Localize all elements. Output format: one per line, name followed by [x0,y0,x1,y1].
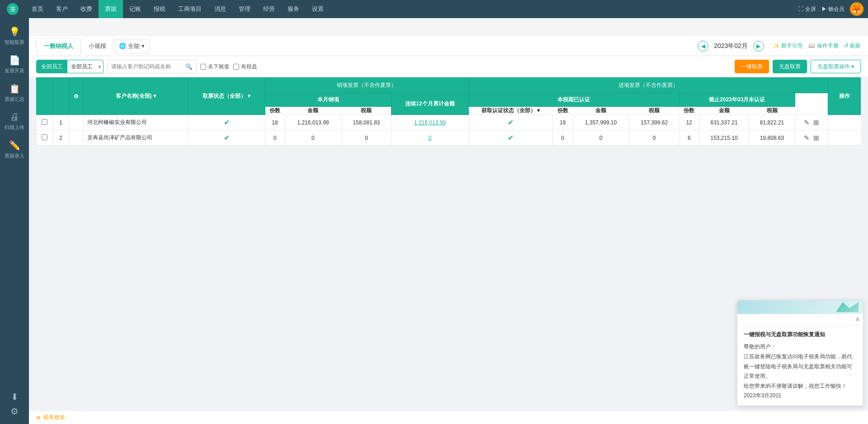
nav-item-manage[interactable]: 管理 [232,0,257,18]
sales-12m-link-1[interactable]: 0 [429,135,432,141]
notif-close-button[interactable]: ✕ [855,316,860,323]
tab-omnipotent[interactable]: 🌐 全能 ▾ [114,39,150,53]
table-header-purchase-group: 进项发票（不含作废票） [468,78,828,93]
date-next-button[interactable]: ▶ [753,41,764,52]
refresh-link[interactable]: ↺ 刷新 [844,42,861,50]
row-purchase-cert-count-1: 0 [553,130,573,146]
member-button[interactable]: ▶ 畅会员 [821,5,844,13]
sidebar-item-scan-upload[interactable]: 🖨 扫描上传 [0,107,29,135]
tab-general-taxpayer[interactable]: 一般纳税人 [36,38,81,54]
footer-bar: ⊕ 税务政策 [29,410,868,424]
status-check-icon-0: ✔ [224,119,230,126]
new-guide-link[interactable]: ✨ 新手引导 [773,42,803,50]
nav-item-operation[interactable]: 经营 [257,0,281,18]
table-header-settings: ⚙ [69,78,84,115]
row-check-1[interactable] [42,134,47,140]
row-sales-amount-0: 1,216,013.99 [285,115,341,130]
one-click-ticket-button[interactable]: 一键取票 [735,60,769,73]
nav-item-invoice[interactable]: 票据 [99,0,123,18]
row-purchase-uncert-amount-1: 153,215.10 [699,130,749,146]
settings-icon[interactable]: ⚙ [10,406,19,417]
tax-policy-link[interactable]: 税务政策 [43,414,65,421]
row-checkbox-1[interactable] [37,130,53,146]
purchase-cert-status-label: 获取认证状态（全部） [481,107,536,114]
sales-12m-link-0[interactable]: 1,216,013.99 [414,119,446,126]
col-sales-tax: 税额 [341,107,392,115]
purchase-cert-status-filter[interactable]: ▾ [537,107,540,114]
nav-item-bookkeep[interactable]: 记账 [123,0,147,18]
row-purchase-cert-tax-1: 0 [629,130,679,146]
customer-filter-icon[interactable]: ▾ [153,93,156,99]
table-header-status: 取票状态（全部） ▾ [188,78,265,115]
nav-item-home[interactable]: 首页 [25,0,50,18]
action-bar: 全部员工 全部员工 ▾ 🔍 名下账套 有税盘 一键取票 无盘取票 无盘取票操作 … [29,56,868,77]
accounts-label: 名下账套 [208,63,230,71]
purchase-group-label: 进项发票（不含作废票） [618,82,678,88]
customer-label: 客户名称(全部) [116,93,152,99]
view-icon-1[interactable]: ⊞ [813,134,819,142]
row-purchase-cert-tax-0: 157,399.62 [629,115,679,130]
notif-body: 一键报税与无盘取票功能恢复通知 尊敬的用户： 江苏政务网已恢复访问电子税务局功能… [737,325,863,405]
col-purchase-cert-amount: 金额 [572,107,629,115]
purchase-cert-status-icon-0: ✔ [508,119,514,126]
sales-group-label: 销项发票（不含作废票） [337,82,396,88]
col-purchase-cert-count: 份数 [553,107,573,115]
sidebar-item-invoice-issue[interactable]: 📄 发票开具 [0,50,29,79]
top-nav: 茶 首页 客户 收费 票据 记账 报税 工商项目 消息 管理 经营 服务 设置 … [0,0,868,18]
manual-link[interactable]: 📖 操作手册 [808,42,838,50]
search-icon[interactable]: 🔍 [185,63,193,70]
table-header-sales-group: 销项发票（不含作废票） [265,78,468,93]
avatar[interactable]: 🦊 [850,2,863,16]
nav-item-service[interactable]: 服务 [281,0,306,18]
notif-greeting: 尊敬的用户： [744,342,855,352]
table-header-sales-month: 本月销项 [265,93,392,107]
sidebar-item-invoice-entry[interactable]: ✏️ 票据录入 [0,135,29,164]
nav-item-business[interactable]: 工商项目 [172,0,208,18]
view-icon-0[interactable]: ⊞ [813,119,819,127]
row-purchase-uncert-tax-0: 81,822.21 [749,115,795,130]
nav-item-settings[interactable]: 设置 [306,0,330,18]
col-purchase-uncert-tax: 税额 [749,107,795,115]
col-purchase-uncert-count: 份数 [679,107,699,115]
sidebar-item-invoice-summary[interactable]: 📋 票据汇总 [0,79,29,107]
diskless-ticket-ops-button[interactable]: 无盘取票操作 ▾ [811,60,861,73]
helper-links: ✨ 新手引导 📖 操作手册 ↺ 刷新 [773,42,861,50]
employee-filter[interactable]: 全部员工 全部员工 ▾ [36,60,104,73]
sidebar-item-smart-ticket-label: 智能取票 [5,39,24,46]
fullscreen-button[interactable]: ⛶ 全屏 [798,5,816,13]
nav-item-tax[interactable]: 报税 [147,0,172,18]
status-filter-icon[interactable]: ▾ [248,93,250,99]
taxdisk-label: 有税盘 [241,63,257,71]
notification-popup: ✕ 一键报税与无盘取票功能恢复通知 尊敬的用户： 江苏政务网已恢复访问电子税务局… [737,300,863,406]
tab-omnipotent-label: 🌐 全能 [119,42,140,50]
row-status-0: ✔ [188,115,265,130]
nav-item-client[interactable]: 客户 [50,0,74,18]
row-purchase-cert-amount-0: 1,357,999.10 [572,115,629,130]
download-icon[interactable]: ⬇ [11,391,19,402]
row-actions-0: ✎ ⊞ [795,115,828,130]
diskless-ops-label: 无盘取票操作 ▾ [817,63,854,71]
notif-date: 2023年3月20日 [744,391,855,401]
date-prev-button[interactable]: ◀ [698,41,708,52]
diskless-ticket-button[interactable]: 无盘取票 [773,60,807,73]
tax-policy-icon: ⊕ [36,414,41,421]
row-check-0[interactable] [42,119,47,125]
nav-item-fee[interactable]: 收费 [74,0,99,18]
sidebar-item-smart-ticket[interactable]: 💡 智能取票 [0,22,29,50]
notif-scroll[interactable]: 尊敬的用户： 江苏政务网已恢复访问电子税务局功能，易代账一键登陆电子税务局与无盘… [744,342,857,401]
table-row: 1 河北柯橡椒实业有限公司 ✔ 18 1,216,013.99 158,081.… [37,115,861,130]
row-purchase-uncert-count-1: 6 [679,130,699,146]
notif-content: 江苏政务网已恢复访问电子税务局功能，易代账一键登陆电子税务局与无盘取票相关功能可… [744,352,855,381]
row-checkbox-0[interactable] [37,115,53,130]
nav-item-message[interactable]: 消息 [208,0,232,18]
action-bar-right: 一键取票 无盘取票 无盘取票操作 ▾ [735,60,861,73]
search-input[interactable] [111,63,184,70]
edit-icon-0[interactable]: ✎ [804,119,810,127]
row-settings-1 [69,130,84,146]
row-sales-tax-0: 158,081.83 [341,115,392,130]
accounts-checkbox[interactable] [200,64,206,70]
col-sales-count: 份数 [265,107,285,115]
tab-small-scale[interactable]: 小规模 [81,38,114,54]
taxdisk-checkbox[interactable] [233,64,239,70]
edit-icon-1[interactable]: ✎ [804,134,810,142]
